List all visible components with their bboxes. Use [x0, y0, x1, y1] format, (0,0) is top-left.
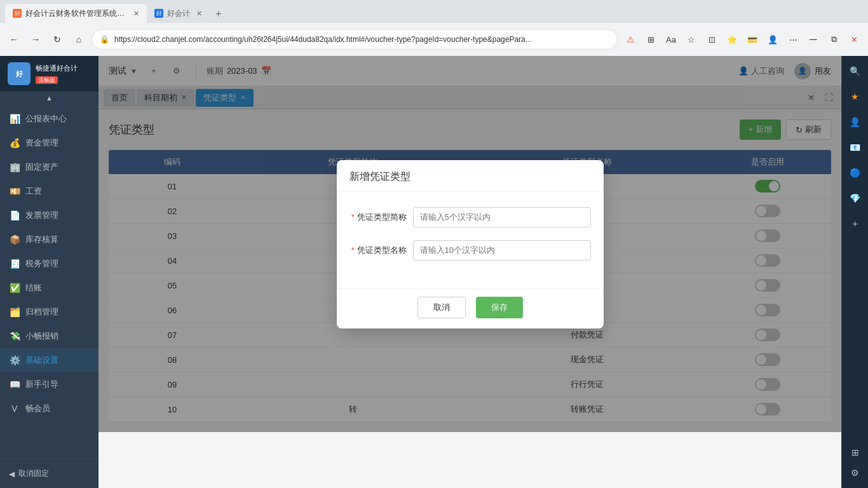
capital-icon: 💰 — [9, 137, 20, 149]
cancel-button[interactable]: 取消 — [417, 297, 466, 318]
browser-tabs-bar: 好 好会计云财务软件管理系统_会计 ✕ 好 好会计 ✕ + — [0, 0, 868, 23]
maximize-button[interactable]: ⧉ — [825, 30, 843, 48]
abbr-input[interactable] — [413, 207, 591, 227]
browser-toolbar: ← → ↻ ⌂ 🔒 https://cloud2.chanjet.com/acc… — [0, 23, 868, 56]
refresh-button[interactable]: ↻ — [48, 30, 66, 48]
abbr-label-text: 凭证类型简称 — [357, 212, 407, 222]
expense-icon: 💸 — [9, 330, 20, 342]
tab1-favicon: 好 — [13, 9, 22, 18]
sidebar-item-guide[interactable]: 📖 新手引导 — [0, 372, 98, 396]
salary-icon: 💴 — [9, 186, 20, 197]
split-icon[interactable]: ⊡ — [703, 30, 721, 48]
browser-tab-1[interactable]: 好 好会计云财务软件管理系统_会计 ✕ — [5, 4, 147, 23]
add-voucher-type-modal: 新增凭证类型 * 凭证类型简称 * 凭证类型名称 取消 保存 — [337, 160, 604, 329]
sidebar-item-basic-label: 基础设置 — [25, 355, 58, 366]
save-button[interactable]: 保存 — [476, 297, 523, 318]
new-tab-button[interactable]: + — [210, 5, 227, 23]
right-settings-button[interactable]: ⚙ — [845, 463, 865, 483]
address-text: https://cloud2.chanjet.com/accounting/uh… — [114, 35, 609, 44]
inventory-icon: 📦 — [9, 234, 20, 245]
cancel-fixed-icon: ◀ — [9, 470, 15, 478]
basic-icon: ⚙️ — [9, 355, 20, 366]
right-layout-button[interactable]: ⊞ — [845, 442, 865, 463]
name-form-row: * 凭证类型名称 — [349, 240, 591, 261]
sidebar-item-tax-label: 税务管理 — [25, 258, 58, 269]
sidebar-item-inventory[interactable]: 📦 库存核算 — [0, 227, 98, 252]
tab1-close[interactable]: ✕ — [133, 10, 139, 18]
modal-footer: 取消 保存 — [337, 288, 604, 329]
browser-tab-2[interactable]: 好 好会计 ✕ — [147, 4, 210, 23]
archive-icon: 🗂️ — [9, 306, 20, 318]
sidebar-footer: ◀ 取消固定 — [0, 459, 98, 488]
sidebar-item-guide-label: 新手引导 — [25, 379, 58, 390]
tab2-close[interactable]: ✕ — [196, 10, 202, 18]
sidebar-item-basic[interactable]: ⚙️ 基础设置 — [0, 348, 98, 372]
sidebar-item-expense[interactable]: 💸 小畅报销 — [0, 324, 98, 348]
sidebar-item-salary-label: 工资 — [25, 186, 42, 197]
browser-chrome: 好 好会计云财务软件管理系统_会计 ✕ 好 好会计 ✕ + ← → ↻ ⌂ 🔒 … — [0, 0, 868, 56]
modal-title: 新增凭证类型 — [349, 171, 410, 182]
wallet-icon[interactable]: 💳 — [743, 30, 761, 48]
zoom-icon[interactable]: Aa — [662, 30, 680, 48]
member-icon: V — [9, 403, 20, 414]
sidebar: 好 畅捷通好合计 流畅版 ▲ 📊 公报表中心 💰 资金管理 🏢 固定资 — [0, 56, 98, 488]
sidebar-item-salary[interactable]: 💴 工资 — [0, 179, 98, 203]
sidebar-item-tax[interactable]: 🧾 税务管理 — [0, 252, 98, 276]
right-green-button[interactable]: 💎 — [845, 188, 865, 208]
right-panel: 🔍 ★ 👤 📧 🔵 💎 + ⊞ ⚙ — [841, 56, 868, 488]
name-label: * 凭证类型名称 — [349, 245, 413, 256]
address-bar[interactable]: 🔒 https://cloud2.chanjet.com/accounting/… — [92, 29, 618, 50]
sidebar-item-inventory-label: 库存核算 — [25, 234, 58, 245]
invoice-icon: 📄 — [9, 210, 20, 221]
announcement-icon: 📊 — [9, 113, 20, 125]
bookmark-icon[interactable]: ☆ — [682, 30, 700, 48]
sidebar-item-invoice-label: 发票管理 — [25, 210, 58, 221]
tax-icon: 🧾 — [9, 258, 20, 269]
modal-overlay: 新增凭证类型 * 凭证类型简称 * 凭证类型名称 取消 保存 — [98, 56, 841, 432]
home-button[interactable]: ⌂ — [70, 30, 88, 48]
sidebar-item-expense-label: 小畅报销 — [25, 330, 58, 342]
sidebar-item-capital-label: 资金管理 — [25, 137, 58, 149]
extensions-icon[interactable]: ⊞ — [642, 30, 660, 48]
sidebar-item-settlement-label: 结账 — [25, 282, 42, 294]
profile-icon[interactable]: ⚠ — [621, 30, 639, 48]
sidebar-item-archive[interactable]: 🗂️ 归档管理 — [0, 300, 98, 324]
logo-icon: 好 — [8, 62, 31, 85]
sidebar-item-member-label: 畅会员 — [25, 403, 50, 414]
right-feishu-button[interactable]: 🔵 — [845, 163, 865, 183]
user-profile[interactable]: 👤 — [764, 30, 782, 48]
right-star-button[interactable]: ★ — [845, 86, 865, 107]
tab2-title: 好会计 — [167, 8, 190, 19]
minimize-button[interactable]: ─ — [804, 30, 822, 48]
sidebar-item-announcement-label: 公报表中心 — [25, 113, 67, 125]
sidebar-nav: 📊 公报表中心 💰 资金管理 🏢 固定资产 💴 工资 📄 发票管理 📦 — [0, 104, 98, 459]
cancel-fixed-button[interactable]: ◀ 取消固定 — [9, 464, 90, 483]
name-input[interactable] — [413, 240, 591, 261]
abbr-required-star: * — [351, 212, 355, 222]
browser-actions: ⚠ ⊞ Aa ☆ ⊡ ⭐ 💳 👤 ⋯ ─ ⧉ ✕ — [621, 30, 863, 48]
right-outlook-button[interactable]: 📧 — [845, 137, 865, 158]
right-bottom-actions: ⊞ ⚙ — [845, 442, 865, 483]
more-menu[interactable]: ⋯ — [784, 30, 802, 48]
tab1-title: 好会计云财务软件管理系统_会计 — [25, 8, 127, 19]
sidebar-item-fixed-asset-label: 固定资产 — [25, 161, 58, 173]
sidebar-item-announcement[interactable]: 📊 公报表中心 — [0, 107, 98, 131]
sidebar-item-capital[interactable]: 💰 资金管理 — [0, 131, 98, 155]
logo-text: 畅捷通好合计 流畅版 — [36, 64, 78, 85]
sidebar-scroll-up[interactable]: ▲ — [0, 92, 98, 104]
right-search-button[interactable]: 🔍 — [845, 61, 865, 81]
forward-button[interactable]: → — [27, 30, 44, 48]
guide-icon: 📖 — [9, 379, 20, 390]
right-add-button[interactable]: + — [845, 214, 865, 234]
close-button[interactable]: ✕ — [845, 30, 863, 48]
favorites-icon[interactable]: ⭐ — [723, 30, 741, 48]
name-required-star: * — [351, 245, 355, 255]
name-label-text: 凭证类型名称 — [357, 245, 407, 255]
right-user-button[interactable]: 👤 — [845, 112, 865, 132]
sidebar-item-fixed-asset[interactable]: 🏢 固定资产 — [0, 155, 98, 179]
back-button[interactable]: ← — [5, 30, 23, 48]
modal-header: 新增凭证类型 — [337, 160, 604, 192]
sidebar-item-invoice[interactable]: 📄 发票管理 — [0, 203, 98, 227]
sidebar-item-settlement[interactable]: ✅ 结账 — [0, 276, 98, 300]
sidebar-item-member[interactable]: V 畅会员 — [0, 396, 98, 421]
